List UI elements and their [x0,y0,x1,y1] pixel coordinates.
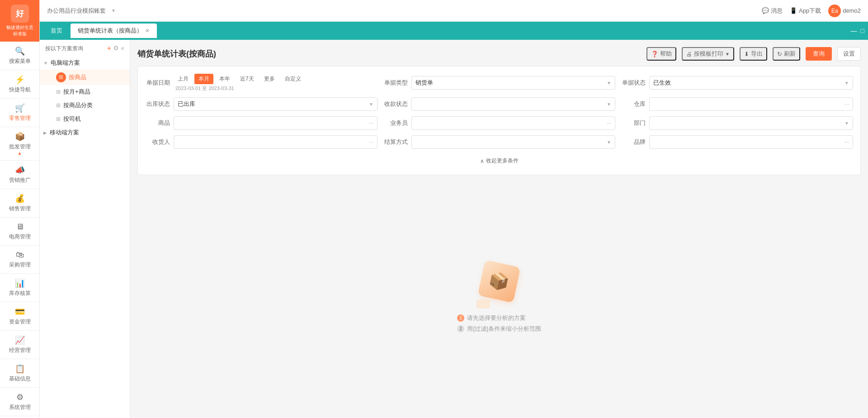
tree-item-by-product[interactable]: 按 按商品 [40,70,130,85]
receiver-more-icon[interactable]: ··· [369,139,373,145]
sidebar-item-quick-nav[interactable]: ⚡ 快捷导航 [0,70,39,99]
main-area: 办公用品行业模拟账套 ▼ 💬 消息 📱 App下载 Ea demo2 首页 [40,0,868,418]
sidebar-item-label: 库存核算 [9,290,31,297]
date-filter-btns: 上月 本月 本年 近7天 更多 自定义 [174,74,377,84]
department-select[interactable]: ▼ [649,116,853,130]
add-scheme-btn[interactable]: + [107,44,111,52]
product-more-icon[interactable]: ··· [369,120,373,126]
date-btn-custom[interactable]: 自定义 [281,74,305,84]
panel-icons: + ⚙ « [107,44,124,52]
brand-input[interactable]: ··· [649,135,853,149]
sidebar-item-label: 营销推广 [9,176,31,184]
refresh-btn[interactable]: ↻ 刷新 [773,47,800,61]
brand-text-input[interactable] [653,139,844,146]
empty-box-icon: 📦 [478,260,521,303]
sidebar-item-ecommerce[interactable]: 🖥 电商管理 [0,218,39,246]
settlement-dropdown-icon: ▼ [607,140,611,145]
hint-text-1: 请先选择要分析的方案 [467,314,526,322]
salesperson-input[interactable]: ··· [411,116,615,130]
hint-text-2: 用[过滤]条件来缩小分析范围 [467,325,541,333]
salesperson-more-icon[interactable]: ··· [607,120,611,126]
date-btn-this-month[interactable]: 本月 [194,74,213,84]
sidebar-item-retail[interactable]: 🛒 零售管理 [0,99,39,127]
empty-hints: 1 请先选择要分析的方案 2 用[过滤]条件来缩小分析范围 [457,314,541,336]
filter-group-warehouse-status: 出库状态 已出库 ▼ [145,97,377,111]
sidebar-item-operations[interactable]: 📈 经营管理 [0,331,39,359]
sidebar-item-label: 批发管理 [9,143,31,151]
dropdown-arrow-icon[interactable]: ▼ [111,8,116,13]
settings-btn[interactable]: 设置 [837,47,861,61]
sidebar-item-label: 采购管理 [9,261,31,269]
doc-status-select[interactable]: 已生效 ▼ [649,76,853,90]
date-btn-7-days[interactable]: 近7天 [236,74,258,84]
sidebar-item-search-menu[interactable]: 🔍 搜索菜单 [0,42,39,70]
scheme-type-icon: ⊞ [56,116,61,122]
date-range-display: 2023-03-01 至 2023-03-31 [175,85,377,92]
settlement-select[interactable]: ▼ [411,135,615,149]
refresh-icon: ↻ [777,51,782,57]
tree-item-label: 按月+商品 [63,88,90,96]
sidebar-item-inventory[interactable]: 📊 库存核算 [0,274,39,302]
tab-minimize-btn[interactable]: — [851,27,857,34]
collapse-more-btn[interactable]: ∧ 收起更多条件 [145,154,853,167]
doc-type-select[interactable]: 销货单 ▼ [411,76,615,90]
filter-group-receiver: 收货人 ··· [145,135,377,149]
help-label: 帮助 [660,50,672,58]
receiver-text-input[interactable] [178,139,369,146]
brand-more-icon[interactable]: ··· [844,139,849,145]
system-icon: ⚙ [16,392,24,402]
date-btn-more[interactable]: 更多 [260,74,279,84]
settings-label: 设置 [843,50,855,58]
warehouse-input[interactable]: ··· [649,97,853,111]
logo-area: 好 畅捷通好生意 标准版 [0,0,39,42]
message-btn[interactable]: 💬 消息 [762,7,783,15]
salesperson-text-input[interactable] [415,120,607,127]
user-profile[interactable]: Ea demo2 [828,5,861,17]
tab-sales-report-label: 销货单统计表（按商品） [78,27,142,35]
sidebar-item-sales[interactable]: 💰 销售管理 [0,189,39,218]
settings-scheme-btn[interactable]: ⚙ [113,44,119,52]
tree-item-by-category[interactable]: ⊞ 按商品分类 [40,99,130,112]
tab-close-icon[interactable]: ✕ [145,28,150,34]
collapse-panel-btn[interactable]: « [121,44,124,52]
sidebar-item-label: 搜索菜单 [9,57,31,65]
tree-item-by-month-product[interactable]: ⊞ 按月+商品 [40,85,130,99]
help-btn[interactable]: ❓ 帮助 [646,47,676,61]
sidebar-item-purchase[interactable]: 🛍 采购管理 [0,246,39,274]
doc-type-value: 销货单 [415,79,433,87]
tree-item-by-cashier[interactable]: ⊞ 按司机 [40,112,130,126]
receiver-input[interactable]: ··· [174,135,377,149]
print-dropdown-icon: ▼ [725,52,730,57]
warehouse-text-input[interactable] [653,101,844,108]
export-btn[interactable]: ⬇ 导出 [740,47,767,61]
template-print-label: 按模板打印 [694,50,723,58]
date-btn-prev-month[interactable]: 上月 [174,74,193,84]
sidebar-item-system[interactable]: ⚙ 系统管理 [0,388,39,416]
sidebar-item-enterprise[interactable]: 🤝 企业协同 [0,416,39,418]
message-icon: 💬 [762,7,769,14]
date-btn-this-year[interactable]: 本年 [215,74,234,84]
tree-item-desktop[interactable]: ▼ 电脑端方案 [40,56,130,70]
sidebar-item-finance[interactable]: 💳 资金管理 [0,302,39,331]
finance-icon: 💳 [15,307,25,317]
sidebar-item-wholesale[interactable]: 📦 批发管理 ▲ [0,127,39,161]
content-area: 按以下方案查询 + ⚙ « ▼ 电脑端方案 按 按商品 ⊞ 按月+商品 [40,40,868,418]
department-label: 部门 [621,119,646,127]
query-btn[interactable]: 查询 [806,47,832,61]
product-text-input[interactable] [178,120,369,127]
product-input[interactable]: ··· [174,116,377,130]
scheme-type-icon: ⊞ [56,102,61,109]
warehouse-status-select[interactable]: 已出库 ▼ [174,97,377,111]
app-download-btn[interactable]: 📱 App下载 [790,7,821,15]
tab-home[interactable]: 首页 [43,24,70,38]
tab-maximize-btn[interactable]: □ [861,27,864,34]
salesperson-label: 业务员 [383,119,408,127]
template-print-btn[interactable]: 🖨 按模板打印 ▼ [682,47,734,61]
tree-item-mobile[interactable]: ▶ 移动端方案 [40,126,130,139]
sidebar-item-marketing[interactable]: 📣 营销推广 [0,161,39,189]
tab-sales-report[interactable]: 销货单统计表（按商品） ✕ [71,24,157,38]
payment-status-select[interactable]: ▼ [411,97,615,111]
empty-hint-1: 1 请先选择要分析的方案 [457,314,541,322]
sidebar-item-basic-info[interactable]: 📋 基础信息 [0,359,39,388]
warehouse-more-icon[interactable]: ··· [844,101,849,107]
